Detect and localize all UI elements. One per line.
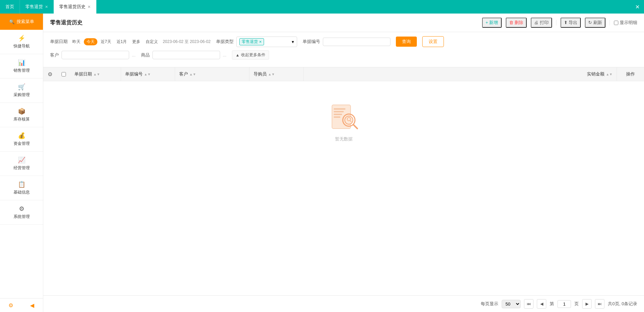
sidebar-item-finance-label: 资金管理 [14,141,30,147]
refresh-button[interactable]: ↻ 刷新 [585,18,605,28]
th-guide-label: 导购员 [254,71,267,77]
th-date: 单据日期 ▲▼ [70,67,121,81]
tab-retail-return[interactable]: 零售退货 ✕ [20,0,54,14]
sidebar-item-inventory[interactable]: 📦 库存核算 [0,103,43,127]
th-docno-sort-icon[interactable]: ▲▼ [144,72,151,76]
sidebar-item-system-label: 系统管理 [14,214,30,220]
sidebar-item-sales-label: 销售管理 [14,68,30,73]
sidebar-item-purchase[interactable]: 🛒 采购管理 [0,79,43,103]
doctype-tag: 零售退货 ✕ [239,38,264,45]
date-opt-yesterday[interactable]: 昨天 [70,38,82,45]
sidebar-item-quick-nav-label: 快捷导航 [14,43,30,49]
docno-input[interactable] [323,38,390,46]
date-opt-today[interactable]: 今天 [84,38,97,45]
export-button[interactable]: ⬆ 导出 [560,18,581,28]
th-action: 操作 [617,67,644,81]
svg-rect-3 [334,114,342,115]
th-customer: 客户 ▲▼ [175,67,249,81]
search-icon: 🔍 [9,19,15,24]
collapse-label: 收起更多条件 [241,52,265,58]
date-options: 昨天 今天 近7天 近1月 更多 自定义 [70,38,160,45]
sidebar-item-management[interactable]: 📈 经营管理 [0,152,43,176]
date-opt-custom[interactable]: 自定义 [144,38,160,45]
sidebar-search[interactable]: 🔍 搜索菜单 [0,14,43,30]
th-amount-label: 实销金额 [587,71,604,77]
th-customer-sort-icon[interactable]: ▲▼ [189,72,196,76]
doctype-select[interactable]: 零售退货 ✕ ▾ [236,37,297,47]
filter-row-2: 客户 ... 商品 ... ▲ 收起更多条件 [50,50,637,60]
tab-retail-return-label: 零售退货 [25,4,43,10]
sidebar-item-management-label: 经营管理 [14,165,30,171]
finance-icon: 💰 [18,132,25,139]
goods-dots[interactable]: ... [223,52,226,58]
sidebar-item-finance[interactable]: 💰 资金管理 [0,127,43,152]
sidebar-item-inventory-label: 库存核算 [14,116,30,122]
customer-input[interactable] [62,51,129,59]
filter-row-1: 单据日期 昨天 今天 近7天 近1月 更多 自定义 2023-06-02 至 2… [50,36,637,47]
th-amount-sort-icon[interactable]: ▲▼ [606,72,613,76]
customer-dots[interactable]: ... [132,52,136,58]
show-detail-text: 显示明细 [620,20,637,26]
last-page-button[interactable]: ⏭ [595,299,604,309]
window-close-button[interactable]: ✕ [630,0,644,14]
next-page-button[interactable]: ▶ [582,299,592,309]
collapse-button[interactable]: ▲ 收起更多条件 [232,50,269,60]
svg-rect-2 [334,111,344,112]
tab-home-label: 首页 [5,4,14,10]
doctype-label: 单据类型 [216,39,234,45]
sidebar-item-sales[interactable]: 📊 销售管理 [0,54,43,79]
tab-home[interactable]: 首页 [0,0,20,14]
th-action-label: 操作 [626,71,635,77]
sales-icon: 📊 [18,59,25,66]
goods-label: 商品 [141,52,150,58]
goods-input[interactable] [152,51,220,59]
sidebar-item-system[interactable]: ⚙ 系统管理 [0,200,43,225]
page-number-input[interactable] [557,300,571,308]
page-header: 零售退货历史 + 新增 🗑 删除 🖨 打印 ⬆ 导出 ↻ 刷新 显示明细 [43,14,644,32]
purchase-icon: 🛒 [18,83,25,91]
divider-1 [556,20,556,25]
date-opt-7days[interactable]: 近7天 [99,38,113,45]
page-unit: 页 [574,301,579,307]
th-amount: 实销金额 ▲▼ [304,67,617,81]
main-layout: 🔍 搜索菜单 ⚡ 快捷导航 📊 销售管理 🛒 采购管理 📦 库存核算 💰 资金管… [0,14,644,312]
show-detail-label[interactable]: 显示明细 [614,20,637,26]
tab-retail-return-close[interactable]: ✕ [45,5,48,9]
first-page-button[interactable]: ⏮ [524,299,533,309]
th-guide: 导购员 ▲▼ [249,67,304,81]
sidebar-item-purchase-label: 采购管理 [14,92,30,98]
sidebar-collapse-button[interactable]: ◀ [22,298,43,312]
settings-button[interactable]: 设置 [422,36,444,47]
date-label: 单据日期 [50,39,68,45]
tab-retail-return-history-close[interactable]: ✕ [88,5,91,9]
doctype-chevron-icon: ▾ [292,39,294,44]
sidebar-item-quick-nav[interactable]: ⚡ 快捷导航 [0,30,43,54]
th-guide-sort-icon[interactable]: ▲▼ [268,72,275,76]
basic-info-icon: 📋 [18,181,25,188]
system-icon: ⚙ [19,205,24,213]
th-date-sort-icon[interactable]: ▲▼ [93,72,100,76]
prev-page-button[interactable]: ◀ [537,299,546,309]
date-opt-1month[interactable]: 近1月 [115,38,129,45]
select-all-checkbox[interactable] [62,72,66,76]
table-container: ⚙ 单据日期 ▲▼ 单据编号 ▲▼ 客户 ▲▼ [43,67,644,295]
query-button[interactable]: 查询 [396,37,417,47]
print-button[interactable]: 🖨 打印 [531,18,552,28]
delete-button[interactable]: 🗑 删除 [506,18,527,28]
page-label: 第 [550,301,554,307]
collapse-icon: ▲ [236,53,240,58]
new-button[interactable]: + 新增 [482,18,501,28]
tab-retail-return-history[interactable]: 零售退货历史 ✕ [54,0,96,14]
th-settings[interactable]: ⚙ [43,71,57,77]
page-size-select[interactable]: 20 50 100 [502,300,521,308]
date-opt-more[interactable]: 更多 [130,38,142,45]
sidebar-item-basic-info[interactable]: 📋 基础信息 [0,176,43,200]
top-bar: 首页 零售退货 ✕ 零售退货历史 ✕ ✕ [0,0,644,14]
goods-filter-group: 商品 ... [141,51,226,59]
th-checkbox[interactable] [57,72,70,76]
show-detail-checkbox[interactable] [614,21,618,25]
sidebar-settings-button[interactable]: ⚙ [0,298,22,312]
customer-label: 客户 [50,52,59,58]
doctype-remove-btn[interactable]: ✕ [259,40,262,44]
management-icon: 📈 [18,156,25,164]
